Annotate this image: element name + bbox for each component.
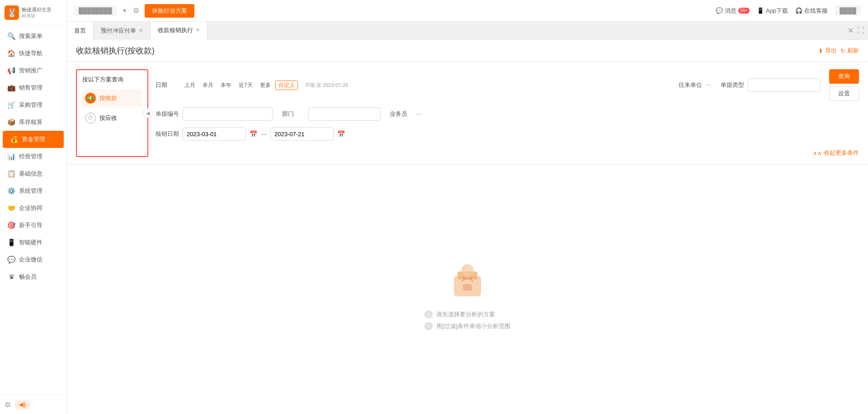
topbar-gear-icon[interactable]: ⚙ — [133, 6, 139, 15]
hint-text-2: 用[过滤]条件来缩小分析范围 — [436, 322, 510, 330]
page-header: 收款核销执行(按收款) ⬆ 导出 ↻ 刷新 — [67, 40, 868, 62]
refresh-button[interactable]: ↻ 刷新 — [840, 47, 859, 55]
last-month-btn[interactable]: 上月 — [182, 81, 198, 90]
company-name[interactable]: ████████ — [74, 5, 117, 16]
sidebar-item-search[interactable]: 🔍 搜索菜单 — [0, 28, 66, 45]
tab-prepay-close[interactable]: ✕ — [139, 28, 143, 33]
sidebar-item-newbie[interactable]: 🎯 新手引导 — [0, 217, 66, 234]
sidebar-item-hardware[interactable]: 📱 智能硬件 — [0, 234, 66, 251]
target-icon: 🎯 — [7, 221, 15, 229]
filter-scheme-title: 按以下方案查询 — [82, 76, 142, 84]
sidebar-item-label: 畅会员 — [19, 273, 37, 281]
this-year-btn[interactable]: 本年 — [218, 81, 234, 90]
doc-type-label: 单据类型 — [721, 81, 744, 89]
receipt-option-label: 按收款 — [99, 94, 117, 102]
filter-row-3: 核销日期 📅 — 📅 — [156, 127, 859, 141]
service-label: 在线客服 — [804, 7, 828, 15]
home-icon: 🏠 — [7, 49, 15, 57]
crown-icon: ♛ — [7, 273, 15, 281]
more-date-btn[interactable]: 更多 — [257, 81, 274, 90]
service-icon: 🎧 — [795, 7, 802, 14]
sidebar-item-quick-nav[interactable]: 🏠 快捷导航 — [0, 45, 66, 62]
writeoff-date-label: 核销日期 — [156, 130, 179, 138]
doc-no-input[interactable] — [183, 107, 273, 121]
user-account[interactable]: ████ — [835, 5, 861, 16]
page-title: 收款核销执行(按收款) — [76, 45, 155, 56]
filter-area: 按以下方案查询 💵 按收款 ⏱ 按应收 ◀ 日期 — [67, 62, 868, 165]
calendar-to-icon[interactable]: 📅 — [337, 130, 345, 138]
dropdown-icon[interactable]: ▼ — [122, 8, 127, 14]
doc-type-field: 单据类型 — [721, 78, 820, 92]
expand-tabs-icon[interactable]: ⛶ — [857, 27, 864, 35]
sidebar-item-finance[interactable]: 💰 资金管理 — [3, 131, 64, 148]
this-month-btn[interactable]: 本月 — [200, 81, 216, 90]
date-options: 上月 本月 本年 近7天 更多 自定义 — [182, 81, 298, 90]
sidebar-item-label: 快捷导航 — [19, 49, 42, 57]
messages-button[interactable]: 💬 消息 99+ — [716, 7, 750, 15]
collapse-more-button[interactable]: ∧∧ 收起更多条件 — [813, 147, 859, 157]
sidebar-item-sales[interactable]: 💼 销售管理 — [0, 79, 66, 96]
calendar-from-icon[interactable]: 📅 — [250, 130, 257, 138]
tab-prepay-label: 预付冲应付单 — [101, 27, 136, 35]
main-area: ████████ ▼ ⚙ 休验行业方案 💬 消息 99+ 📱 App下载 🎧 在… — [67, 0, 868, 414]
tab-home-label: 首页 — [74, 27, 86, 35]
sidebar-item-label: 采购管理 — [19, 101, 42, 109]
last-7-days-btn[interactable]: 近7天 — [236, 81, 255, 90]
doc-type-select[interactable] — [748, 78, 820, 92]
sidebar-item-system[interactable]: ⚙️ 系统管理 — [0, 182, 66, 200]
collapse-label: 收起更多条件 — [824, 149, 859, 157]
writeoff-date-from-input[interactable] — [183, 127, 246, 141]
sidebar-item-marketing[interactable]: 📢 营销推广 — [0, 62, 66, 79]
tab-home[interactable]: 首页 — [67, 22, 94, 40]
close-all-tabs-icon[interactable]: ✕ — [848, 26, 854, 35]
sidebar-item-vip[interactable]: ♛ 畅会员 — [0, 268, 66, 286]
tab-prepay[interactable]: 预付冲应付单 ✕ — [94, 22, 151, 40]
sidebar-item-label: 企业协同 — [19, 204, 42, 212]
filter-option-by-receipt[interactable]: 💵 按收款 — [82, 89, 142, 107]
tab-receipt-close[interactable]: ✕ — [196, 27, 200, 33]
sidebar-item-basics[interactable]: 📋 基础信息 — [0, 165, 66, 182]
date-field: 日期 上月 本月 本年 近7天 更多 自定义 不限 至 2023-07-26 — [156, 81, 348, 90]
query-button[interactable]: 查询 — [829, 69, 859, 84]
svg-point-4 — [470, 276, 472, 279]
filter-sidebar-collapse-button[interactable]: ◀ — [143, 108, 153, 118]
topbar: ████████ ▼ ⚙ 休验行业方案 💬 消息 99+ 📱 App下载 🎧 在… — [67, 0, 868, 22]
app-icon: 📱 — [757, 7, 764, 14]
writeoff-date-to-input[interactable] — [270, 127, 334, 141]
hint-text-1: 请先选择要分析的方案 — [436, 310, 495, 319]
search-icon: 🔍 — [7, 32, 15, 40]
tab-receipt-writeoff[interactable]: 收款核销执行 ✕ — [151, 22, 208, 40]
sidebar-item-enterprise[interactable]: 🤝 企业协同 — [0, 200, 66, 217]
export-button[interactable]: ⬆ 导出 — [818, 47, 837, 55]
sidebar-item-purchase[interactable]: 🛒 采购管理 — [0, 96, 66, 114]
sidebar-item-label: 资金管理 — [22, 135, 45, 143]
sidebar-collapse-button[interactable]: ◀‖ — [14, 400, 30, 409]
sidebar-item-label: 智能硬件 — [19, 238, 42, 247]
tabbar-actions: ✕ ⛶ — [844, 26, 868, 35]
custom-date-btn[interactable]: 自定义 — [275, 81, 298, 90]
sidebar-item-label: 营销推广 — [19, 67, 42, 75]
tabbar: 首页 预付冲应付单 ✕ 收款核销执行 ✕ ✕ ⛶ — [67, 22, 868, 40]
sidebar-item-label: 基础信息 — [19, 170, 42, 178]
sidebar-item-label: 经营管理 — [19, 152, 42, 161]
salesperson-ellipsis[interactable]: ··· — [416, 110, 422, 118]
settings-footer-icon[interactable]: ⚙ — [5, 400, 11, 409]
industry-solution-button[interactable]: 休验行业方案 — [145, 4, 194, 18]
customer-service-button[interactable]: 🎧 在线客服 — [795, 7, 828, 15]
partner-ellipsis[interactable]: ··· — [706, 81, 712, 89]
department-select[interactable] — [308, 107, 381, 121]
messages-badge: 99+ — [738, 8, 750, 14]
page-content: 收款核销执行(按收款) ⬆ 导出 ↻ 刷新 按以下方案查询 💵 按收款 — [67, 40, 868, 414]
filter-main: 日期 上月 本月 本年 近7天 更多 自定义 不限 至 2023-07-26 — [156, 69, 859, 157]
hint-num-2: 2 — [425, 322, 433, 330]
setting-button[interactable]: 设置 — [829, 86, 859, 101]
export-icon: ⬆ — [818, 48, 823, 54]
sidebar-item-inventory[interactable]: 📦 库存核算 — [0, 114, 66, 131]
sidebar-item-operations[interactable]: 📊 经营管理 — [0, 148, 66, 165]
sidebar-item-wechat[interactable]: 💬 企业微信 — [0, 251, 66, 268]
message-icon: 💬 — [716, 7, 723, 14]
filter-option-by-receivable[interactable]: ⏱ 按应收 — [82, 109, 142, 127]
topbar-right: 💬 消息 99+ 📱 App下载 🎧 在线客服 ████ — [716, 5, 861, 16]
app-download-button[interactable]: 📱 App下载 — [757, 7, 788, 15]
filter-scheme-panel: 按以下方案查询 💵 按收款 ⏱ 按应收 ◀ — [76, 69, 148, 157]
